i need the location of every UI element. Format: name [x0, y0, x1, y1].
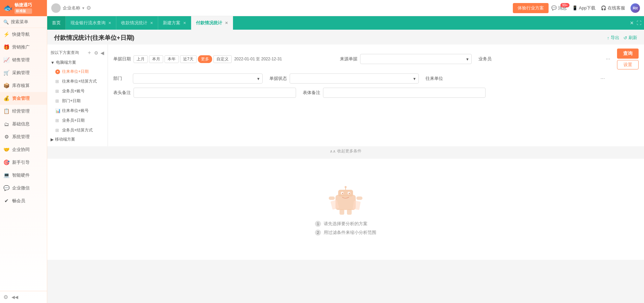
tab-income-close[interactable]: ✕	[150, 21, 153, 25]
page-title: 付款情况统计(往来单位+日期)	[54, 34, 135, 42]
tip-text-2: 用过滤条件来缩小分析范围	[324, 230, 376, 236]
sidebar-search[interactable]: 🔍 搜索菜单	[0, 16, 47, 28]
scheme-pc-group[interactable]: ▼ 电脑端方案	[47, 58, 108, 67]
refresh-btn[interactable]: ↺ 刷新	[623, 35, 637, 41]
sidebar-item-label: 新手引导	[12, 159, 30, 165]
user-initials: Rit	[633, 6, 638, 10]
sidebar-item-wechat[interactable]: 💬 企业微信	[0, 182, 47, 194]
topbar-right: 💬 消息 99+ 📱 App下载 🎧 在线客服 Rit	[551, 3, 640, 13]
date-btn-7days[interactable]: 近7天	[180, 55, 197, 63]
export-btn[interactable]: ↑ 导出	[607, 35, 620, 41]
svg-rect-6	[329, 196, 335, 200]
sidebar-item-hardware[interactable]: 💻 智能硬件	[0, 169, 47, 182]
scheme-item-salesman-date[interactable]: ⊞ 业务员+日期	[47, 116, 108, 125]
sidebar-item-inventory[interactable]: 📦 库存核算	[0, 79, 47, 92]
sidebar-item-member[interactable]: ✔ 畅会员	[0, 194, 47, 207]
user-avatar[interactable]: Rit	[631, 3, 640, 13]
refresh-icon: ↺	[623, 35, 627, 40]
enterprise-icon: 🤝	[3, 147, 9, 153]
settings-btn[interactable]: 设置	[617, 60, 639, 69]
filter-group-body-note: 表体备注	[303, 88, 486, 98]
collapse-more-btn[interactable]: ∧∧ 收起更多条件	[47, 146, 644, 156]
tab-bank[interactable]: 现金银行流水查询 ✕	[66, 16, 116, 30]
scheme-item-label: 业务员+结算方式	[62, 127, 93, 133]
date-btn-more[interactable]: 更多	[198, 55, 212, 63]
tab-payment-close[interactable]: ✕	[225, 21, 228, 25]
scheme-item-dept-date[interactable]: ⊞ 部门+日期	[47, 96, 108, 106]
topbar-dropdown-arrow[interactable]: ▾	[82, 6, 84, 10]
notification-btn[interactable]: 💬 消息 99+	[551, 5, 567, 11]
sidebar-item-quick-nav[interactable]: ⚡ 快捷导航	[0, 28, 47, 41]
filter-row-2: 部门 ▾ 单据状态 ▾	[113, 73, 639, 84]
scheme-header-actions: ＋ ⚙ ◀	[87, 49, 104, 56]
search-icon: 🔍	[3, 20, 9, 25]
date-btn-last-month[interactable]: 上月	[134, 55, 148, 63]
sales-icon: 📈	[3, 57, 9, 63]
scheme-item-partner-settle[interactable]: ⊞ 往来单位+结算方式	[47, 77, 108, 86]
capital-icon: 💰	[3, 95, 9, 101]
scheme-mobile-group[interactable]: ▶ 移动端方案	[47, 135, 108, 144]
scheme-mobile-label: 移动端方案	[55, 137, 75, 142]
scheme-collapse-icon[interactable]: ◀	[100, 50, 104, 56]
tabs-spacer	[233, 16, 627, 30]
sidebar-item-sales[interactable]: 📈 销售管理	[0, 54, 47, 66]
scheme-item-salesman-settle[interactable]: ⊞ 业务员+结算方式	[47, 125, 108, 135]
empty-tip-2: 2 用过滤条件来缩小分析范围	[315, 230, 376, 236]
sidebar-item-label: 智能硬件	[12, 172, 30, 178]
tabs-expand-icon[interactable]: ⛶	[637, 20, 641, 26]
sidebar-item-marketing[interactable]: 🎁 营销推广	[0, 41, 47, 54]
scheme-gear-icon[interactable]: ⚙	[94, 50, 98, 56]
scheme-pc-label: 电脑端方案	[56, 60, 76, 65]
doc-status-select[interactable]: ▾	[290, 73, 419, 84]
export-label: 导出	[611, 35, 619, 41]
tab-income[interactable]: 收款情况统计 ✕	[116, 16, 158, 30]
salesman-label: 业务员	[478, 56, 495, 62]
tab-new-label: 新建方案	[163, 20, 180, 26]
body-note-input[interactable]	[323, 88, 486, 98]
filter-group-source: 来源单据 ▾	[340, 54, 472, 64]
tab-home[interactable]: 首页	[47, 16, 66, 30]
scheme-item-salesman-account[interactable]: ⊞ 业务员+账号	[47, 86, 108, 96]
sidebar-collapse-btn[interactable]: ◀◀	[11, 295, 18, 300]
tab-payment[interactable]: 付款情况统计 ✕	[191, 16, 233, 30]
tab-new-close[interactable]: ✕	[183, 21, 186, 25]
sidebar-item-system[interactable]: ⚙ 系统管理	[0, 130, 47, 143]
empty-tips: 1 请先选择要分析的方案 2 用过滤条件来缩小分析范围	[315, 221, 376, 236]
tab-new[interactable]: 新建方案 ✕	[158, 16, 191, 30]
source-select[interactable]: ▾	[360, 54, 472, 64]
scheme-item-partner-account[interactable]: 📊 往来单位+账号	[47, 106, 108, 116]
marketing-icon: 🎁	[3, 44, 9, 50]
tab-payment-label: 付款情况统计	[196, 20, 222, 26]
scheme-item-active-icon: ●	[55, 69, 60, 74]
topbar-gear-icon[interactable]: ⚙	[86, 5, 91, 11]
scheme-header: 按以下方案查询 ＋ ⚙ ◀	[47, 47, 108, 58]
header-note-label: 表头备注	[113, 90, 131, 96]
svg-rect-1	[338, 190, 353, 196]
sidebar-item-purchase[interactable]: 🛒 采购管理	[0, 66, 47, 79]
dept-select[interactable]: ▾	[133, 73, 263, 84]
tab-home-label: 首页	[52, 20, 61, 26]
date-btn-this-month[interactable]: 本月	[149, 55, 163, 63]
sidebar-item-capital[interactable]: 💰 资金管理	[0, 92, 47, 105]
query-btn[interactable]: 查询	[617, 49, 639, 59]
sidebar-item-basic[interactable]: 🗂 基础信息	[0, 118, 47, 130]
sidebar-item-label: 快捷导航	[12, 31, 30, 37]
sidebar-settings-icon[interactable]: ⚙	[3, 294, 8, 300]
salesman-dots[interactable]: ···	[606, 56, 610, 62]
sidebar-item-business[interactable]: 📋 经营管理	[0, 105, 47, 118]
date-btn-this-year[interactable]: 本年	[165, 55, 179, 63]
scheme-item-partner-date[interactable]: ● 往来单位+日期	[47, 67, 108, 77]
tab-bank-close[interactable]: ✕	[108, 21, 111, 25]
tabs-close-all-icon[interactable]: ✕	[630, 20, 634, 26]
filter-group-partner: 往来单位 ···	[426, 75, 605, 82]
date-btn-custom[interactable]: 自定义	[213, 55, 232, 63]
sidebar-item-enterprise[interactable]: 🤝 企业协同	[0, 143, 47, 156]
header-note-input[interactable]	[134, 88, 296, 98]
app-download-btn[interactable]: 📱 App下载	[572, 5, 595, 11]
online-service-btn[interactable]: 🎧 在线客服	[601, 5, 625, 11]
sidebar-item-guide[interactable]: 🎯 新手引导	[0, 156, 47, 169]
svg-rect-7	[356, 196, 362, 200]
scheme-add-icon[interactable]: ＋	[87, 49, 92, 56]
partner-dots[interactable]: ···	[601, 75, 605, 82]
experience-btn[interactable]: 体验行业方案	[513, 3, 549, 13]
